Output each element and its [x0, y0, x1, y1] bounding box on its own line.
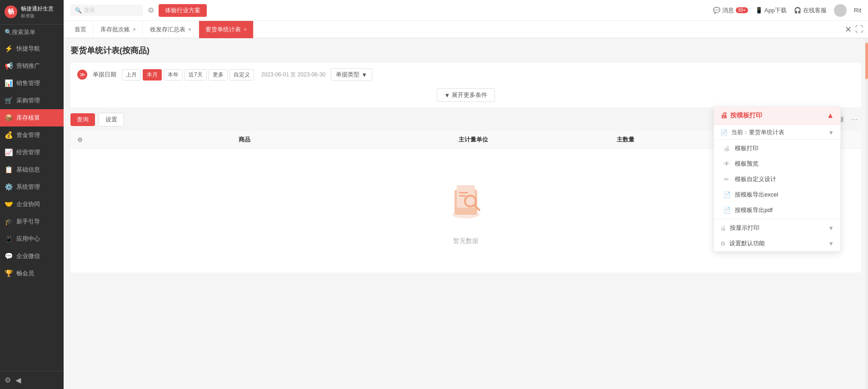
sidebar-item-collab[interactable]: 🤝 企业协同 [0, 196, 64, 213]
main-area: 🔍 搜索 ⚙ 体验行业方案 💬 消息 99+ 📱 App下载 🎧 在线客服 Ri… [64, 0, 868, 389]
tab-order-stats[interactable]: 要货单统计表 × [199, 21, 254, 38]
sidebar-item-label: 资金管理 [16, 131, 40, 139]
dp-item-label: 按模板导出excel [735, 191, 778, 199]
operation-icon: 📈 [5, 148, 13, 157]
dp-item-template-excel[interactable]: 📄 按模板导出excel [714, 187, 840, 202]
tab-receive-summary-close[interactable]: × [188, 26, 191, 33]
col-qty: 主数量 [549, 136, 702, 144]
user-avatar[interactable] [834, 4, 847, 17]
date-btn-custom[interactable]: 自定义 [229, 69, 254, 81]
wechat-icon: 💬 [5, 252, 13, 260]
display-print-label: 按显示打印 [730, 224, 759, 232]
sidebar-search-label: 搜索菜单 [12, 28, 35, 36]
settings-icon[interactable]: ⚙ [5, 376, 11, 384]
tabbar-expand-btn[interactable]: ⛶ [855, 25, 863, 34]
order-type-select[interactable]: 单据类型 ▼ [331, 68, 372, 81]
sidebar-item-wechat[interactable]: 💬 企业微信 [0, 248, 64, 265]
preview-icon: 👁 [723, 160, 730, 167]
tab-home-label: 首页 [75, 25, 86, 34]
date-btn-7days[interactable]: 近7天 [185, 69, 207, 81]
sidebar-item-purchase[interactable]: 🛒 采购管理 [0, 92, 64, 109]
sidebar: 畅 畅捷通好生意 标准版 🔍 搜索菜单 ⚡ 快捷导航 📢 营销推广 📊 销售管理… [0, 0, 64, 389]
tab-order-stats-close[interactable]: × [244, 26, 247, 33]
sidebar-item-apps[interactable]: 📱 应用中心 [0, 230, 64, 248]
dp-item-label: 模板预览 [735, 160, 758, 168]
sidebar-item-sales[interactable]: 📊 销售管理 [0, 75, 64, 92]
settings-btn[interactable]: 设置 [99, 113, 124, 126]
dp-item-template-print[interactable]: 🖨 模板打印 [714, 141, 840, 156]
industry-btn[interactable]: 体验行业方案 [159, 4, 207, 17]
dp-display-arrow: ▼ [828, 225, 834, 232]
expand-more-btn[interactable]: ▼ 展开更多条件 [437, 88, 495, 102]
svg-point-4 [466, 197, 475, 206]
empty-text: 暂无数据 [453, 237, 479, 245]
sidebar-item-label: 企业微信 [16, 252, 40, 260]
date-btn-last-month[interactable]: 上月 [122, 69, 141, 81]
sidebar-item-marketing[interactable]: 📢 营销推广 [0, 57, 64, 75]
sidebar-item-label: 畅会员 [16, 269, 34, 278]
dp-current-section[interactable]: 📄 当前：要货单统计表 ▼ [714, 125, 840, 138]
app-download-btn[interactable]: 📱 App下载 [755, 6, 787, 15]
sidebar-item-system[interactable]: ⚙️ 系统管理 [0, 178, 64, 196]
search-icon: 🔍 [75, 7, 82, 14]
logo-icon: 畅 [5, 5, 17, 18]
tabbar-close-btn[interactable]: ✕ [845, 25, 852, 35]
dp-display-print[interactable]: 🖨 按显示打印 ▼ [714, 220, 840, 236]
search-placeholder: 搜索 [84, 6, 95, 14]
sidebar-search[interactable]: 🔍 搜索菜单 [0, 25, 64, 40]
filter-expand-btn[interactable]: ≫ [77, 70, 87, 80]
sidebar-item-label: 销售管理 [16, 79, 40, 87]
sidebar-item-label: 经营管理 [16, 148, 40, 157]
query-btn[interactable]: 查询 [70, 113, 95, 126]
system-icon: ⚙️ [5, 183, 13, 191]
date-btn-this-month[interactable]: 本月 [143, 69, 162, 81]
topbar-gear-icon[interactable]: ⚙ [148, 6, 154, 15]
dp-collapse-icon[interactable]: ▲ [827, 111, 834, 120]
messages-label: 消息 [722, 6, 734, 15]
online-support-btn[interactable]: 🎧 在线客服 [794, 6, 827, 15]
sidebar-item-guide[interactable]: 🎓 新手引导 [0, 213, 64, 230]
tab-home[interactable]: 首页 [68, 21, 93, 38]
dp-set-default[interactable]: ⚙ 设置默认功能 ▼ [714, 236, 840, 251]
topbar-search[interactable]: 🔍 搜索 [70, 5, 143, 16]
sidebar-item-inventory[interactable]: 📦 库存核算 [0, 109, 64, 126]
set-default-icon: ⚙ [720, 240, 726, 247]
right-scrollbar[interactable] [865, 38, 868, 389]
marketing-icon: 📢 [5, 62, 13, 70]
sidebar-item-quick-nav[interactable]: ⚡ 快捷导航 [0, 40, 64, 57]
col-product: 商品 [92, 136, 397, 144]
quick-nav-icon: ⚡ [5, 45, 13, 53]
sidebar-item-member[interactable]: 🏆 畅会员 [0, 265, 64, 282]
sidebar-item-finance[interactable]: 💰 资金管理 [0, 126, 64, 144]
username: Rit [854, 7, 861, 14]
purchase-icon: 🛒 [5, 96, 13, 105]
sales-icon: 📊 [5, 79, 13, 87]
date-btn-this-year[interactable]: 本年 [164, 69, 183, 81]
dp-item-label: 按模板导出pdf [735, 206, 773, 214]
edit-icon: ✏ [723, 176, 730, 183]
tab-receive-summary[interactable]: 收发存汇总表 × [144, 21, 198, 38]
table-settings-icon[interactable]: ⚙ [77, 136, 83, 143]
dp-item-label: 模板打印 [735, 144, 758, 152]
sidebar-item-label: 新手引导 [16, 217, 40, 226]
col-unit: 主计量单位 [397, 136, 549, 144]
tab-batch-accounts[interactable]: 库存批次账 × [94, 21, 143, 38]
app-version: 标准版 [21, 13, 54, 19]
more-options-btn[interactable]: ⋯ [848, 114, 861, 125]
set-default-label: 设置默认功能 [729, 239, 765, 248]
collapse-icon[interactable]: ◀ [15, 376, 21, 384]
date-btn-more[interactable]: 更多 [209, 69, 228, 81]
dp-item-template-pdf[interactable]: 📄 按模板导出pdf [714, 202, 840, 218]
dp-item-template-preview[interactable]: 👁 模板预览 [714, 156, 840, 172]
sidebar-bottom: ⚙ ◀ [0, 371, 64, 389]
printer-icon: 🖨 [723, 145, 730, 152]
tab-batch-accounts-close[interactable]: × [133, 26, 136, 33]
dp-item-template-custom[interactable]: ✏ 模板自定义设计 [714, 172, 840, 187]
sidebar-item-operation[interactable]: 📈 经营管理 [0, 144, 64, 161]
sidebar-item-basic[interactable]: 📋 基础信息 [0, 161, 64, 178]
online-support-label: 在线客服 [803, 6, 827, 15]
apps-icon: 📱 [5, 235, 13, 243]
messages-btn[interactable]: 💬 消息 99+ [713, 6, 748, 15]
inventory-icon: 📦 [5, 114, 13, 122]
support-icon: 🎧 [794, 7, 801, 14]
